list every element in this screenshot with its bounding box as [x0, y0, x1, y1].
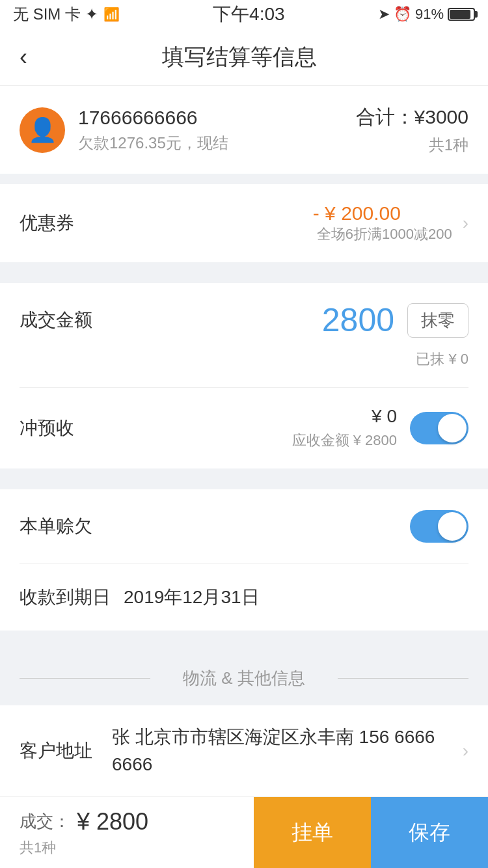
nav-bar: ‹ 填写结算等信息: [0, 29, 488, 86]
bottom-bar: 成交： ¥ 2800 共1种 挂单 保存: [0, 796, 488, 868]
coupon-label: 优惠券: [20, 211, 313, 236]
battery-icon: [448, 8, 475, 21]
customer-phone: 17666666666: [78, 107, 356, 129]
address-value: 张 北京市市辖区海淀区永丰南 156 6666 6666: [112, 724, 456, 778]
toggle-knob: [438, 414, 467, 442]
battery-percent: 91%: [415, 6, 444, 23]
amount-section: 成交金额 2800 抹零 已抹 ¥ 0: [0, 283, 488, 387]
avatar: 👤: [20, 107, 65, 153]
debt-toggle[interactable]: [410, 510, 468, 543]
coupon-right: - ¥ 200.00 全场6折满1000减200 ›: [313, 202, 468, 244]
bottom-count: 共1种: [20, 838, 234, 858]
deal-label: 成交：: [20, 810, 70, 833]
coupon-card: 优惠券 - ¥ 200.00 全场6折满1000减200 ›: [0, 184, 488, 262]
amount-label: 成交金额: [20, 308, 322, 332]
location-icon: ➤: [378, 6, 390, 23]
page-title: 填写结算等信息: [34, 42, 445, 72]
duedate-value: 2019年12月31日: [124, 585, 260, 610]
transaction-card: 成交金额 2800 抹零 已抹 ¥ 0 冲预收 ¥ 0 应收金额 ¥ 2800: [0, 283, 488, 468]
customer-debt: 欠款1276.35元，现结: [78, 133, 356, 154]
prepay-label: 冲预收: [20, 416, 292, 441]
coupon-arrow-icon: ›: [463, 213, 468, 234]
logistics-header: 物流 & 其他信息: [0, 651, 488, 705]
customer-card: 👤 17666666666 欠款1276.35元，现结 合计：¥3000 共1种: [0, 86, 488, 174]
bottom-deal: 成交： ¥ 2800: [20, 808, 234, 835]
bottom-info: 成交： ¥ 2800 共1种: [0, 808, 254, 858]
total-count: 共1种: [356, 135, 468, 156]
amount-note: 已抹 ¥ 0: [20, 349, 468, 369]
logistics-header-text: 物流 & 其他信息: [183, 667, 305, 690]
round-button[interactable]: 抹零: [407, 303, 468, 338]
customer-info: 17666666666 欠款1276.35元，现结: [78, 107, 356, 154]
status-right: ➤ ⏰ 91%: [378, 6, 475, 23]
prepay-toggle[interactable]: [410, 412, 468, 444]
customer-row: 👤 17666666666 欠款1276.35元，现结 合计：¥3000 共1种: [0, 86, 488, 174]
duedate-row: 收款到期日 2019年12月31日: [0, 564, 488, 631]
address-key: 客户地址: [20, 739, 92, 763]
prepay-note: 应收金额 ¥ 2800: [292, 431, 397, 450]
gray-separator-2: [0, 479, 488, 489]
amount-value-group: 2800 抹零: [322, 301, 468, 339]
clock-icon: ⏰: [394, 6, 411, 23]
content-area: 👤 17666666666 欠款1276.35元，现结 合计：¥3000 共1种…: [0, 86, 488, 868]
avatar-icon: 👤: [28, 116, 57, 144]
debt-toggle-knob: [438, 512, 467, 541]
total-amount: 合计：¥3000: [356, 104, 468, 131]
debt-card: 本单赊欠 收款到期日 2019年12月31日: [0, 489, 488, 631]
status-left: 无 SIM 卡 ✦ 📶: [13, 4, 120, 25]
address-arrow-icon: ›: [463, 740, 468, 761]
gray-separator-1: [0, 273, 488, 283]
prepay-right: ¥ 0 应收金额 ¥ 2800: [292, 406, 397, 450]
prepay-row: 冲预收 ¥ 0 应收金额 ¥ 2800: [0, 388, 488, 468]
hold-button[interactable]: 挂单: [254, 797, 371, 869]
wifi-icon: 📶: [103, 7, 120, 22]
debt-label: 本单赊欠: [20, 514, 410, 539]
status-time: 下午4:03: [213, 2, 285, 27]
duedate-label: 收款到期日: [20, 585, 111, 610]
amount-number: 2800: [322, 301, 394, 339]
header-line-right: [338, 678, 468, 679]
customer-total: 合计：¥3000 共1种: [356, 104, 468, 156]
address-row[interactable]: 客户地址 张 北京市市辖区海淀区永丰南 156 6666 6666 ›: [0, 705, 488, 796]
deal-amount: ¥ 2800: [77, 808, 148, 835]
coupon-desc: 全场6折满1000减200: [317, 224, 452, 244]
back-button[interactable]: ‹: [20, 37, 34, 77]
coupon-discount: - ¥ 200.00: [313, 202, 452, 224]
address-card: 客户地址 张 北京市市辖区海淀区永丰南 156 6666 6666 ›: [0, 705, 488, 796]
gray-separator-3: [0, 641, 488, 651]
coupon-row[interactable]: 优惠券 - ¥ 200.00 全场6折满1000减200 ›: [0, 184, 488, 262]
status-bar: 无 SIM 卡 ✦ 📶 下午4:03 ➤ ⏰ 91%: [0, 0, 488, 29]
amount-row: 成交金额 2800 抹零: [20, 301, 468, 339]
sim-label: 无 SIM 卡 ✦: [13, 4, 98, 25]
header-line-left: [20, 678, 150, 679]
prepay-amount: ¥ 0: [372, 406, 397, 427]
debt-row: 本单赊欠: [0, 489, 488, 563]
save-button[interactable]: 保存: [371, 797, 488, 869]
